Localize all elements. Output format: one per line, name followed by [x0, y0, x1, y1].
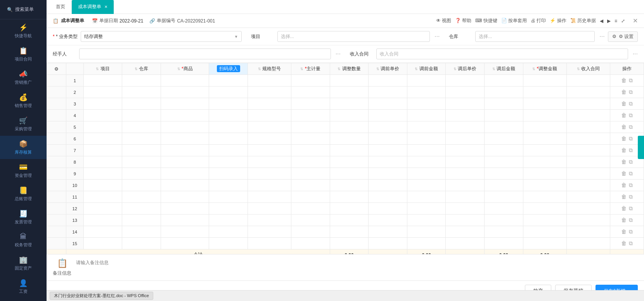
before-amount-cell[interactable] — [407, 203, 446, 215]
qty-cell[interactable] — [330, 145, 369, 156]
unit-cell[interactable] — [291, 203, 330, 215]
before-amount-cell[interactable] — [407, 168, 446, 180]
nav-prev-btn[interactable]: ◀ — [600, 18, 603, 24]
warehouse-cell[interactable] — [122, 215, 161, 226]
sidebar-search-button[interactable]: 🔍 搜索菜单 — [0, 3, 47, 16]
before-amount-cell[interactable] — [407, 133, 446, 145]
before-price-cell[interactable] — [369, 121, 407, 133]
before-amount-cell[interactable] — [407, 191, 446, 203]
project-cell[interactable] — [83, 75, 122, 86]
copy-row-icon[interactable]: ⧉ — [629, 228, 633, 235]
delete-row-icon[interactable]: 🗑 — [621, 77, 627, 84]
sidebar-item-tax-management[interactable]: 🏛 税务管理 — [0, 229, 47, 252]
green-tab-btn[interactable] — [638, 136, 644, 159]
income-contract-cell[interactable] — [566, 133, 610, 145]
qty-cell[interactable] — [330, 156, 369, 168]
unit-cell[interactable] — [291, 98, 330, 110]
project-cell[interactable] — [83, 145, 122, 156]
income-contract-cell[interactable] — [566, 180, 610, 191]
sidebar-item-business-management[interactable]: 📊 经营管理 — [0, 298, 47, 301]
after-price-cell[interactable] — [446, 98, 485, 110]
adjust-amount-cell[interactable] — [523, 75, 566, 86]
warehouse-cell[interactable] — [122, 145, 161, 156]
adjust-amount-cell[interactable] — [523, 133, 566, 145]
col-header-before-price[interactable]: ⇅ 调前单价 — [369, 63, 407, 75]
sidebar-item-project-contract[interactable]: 📋 项目合同 — [0, 43, 47, 66]
spec-cell[interactable] — [248, 168, 291, 180]
qty-cell[interactable] — [330, 215, 369, 226]
scan-cell[interactable] — [209, 180, 248, 191]
project-cell[interactable] — [83, 215, 122, 226]
product-cell[interactable] — [161, 156, 209, 168]
help-btn[interactable]: ❓ 帮助 — [455, 17, 471, 24]
shortcut-btn[interactable]: ⌨ 快捷键 — [475, 17, 497, 24]
handler-input[interactable] — [79, 48, 331, 59]
product-cell[interactable] — [161, 133, 209, 145]
col-header-unit[interactable]: ⇅ *主计量 — [291, 63, 330, 75]
project-cell[interactable] — [83, 238, 122, 249]
taskbar-item[interactable]: 木门行业好业财处理方案-墨红红.doc - WPS Office — [50, 292, 153, 300]
before-price-cell[interactable] — [369, 226, 407, 238]
warehouse-input[interactable]: 选择... — [475, 31, 595, 42]
spec-cell[interactable] — [248, 121, 291, 133]
adjust-amount-cell[interactable] — [523, 98, 566, 110]
income-contract-cell[interactable] — [566, 121, 610, 133]
income-contract-cell[interactable] — [566, 191, 610, 203]
unit-cell[interactable] — [291, 238, 330, 249]
project-cell[interactable] — [83, 98, 122, 110]
adjust-amount-cell[interactable] — [523, 215, 566, 226]
before-amount-cell[interactable] — [407, 75, 446, 86]
adjust-amount-cell[interactable] — [523, 145, 566, 156]
spec-cell[interactable] — [248, 133, 291, 145]
warehouse-cell[interactable] — [122, 133, 161, 145]
before-amount-cell[interactable] — [407, 180, 446, 191]
copy-row-icon[interactable]: ⧉ — [629, 135, 633, 142]
income-contract-cell[interactable] — [566, 98, 610, 110]
copy-row-icon[interactable]: ⧉ — [629, 112, 633, 119]
delete-row-icon[interactable]: 🗑 — [621, 240, 627, 247]
scan-cell[interactable] — [209, 168, 248, 180]
col-header-before-amount[interactable]: ⇅ 调前金额 — [407, 63, 446, 75]
copy-row-icon[interactable]: ⧉ — [629, 217, 633, 223]
after-price-cell[interactable] — [446, 110, 485, 121]
warehouse-more-btn[interactable]: ··· — [599, 33, 604, 40]
product-cell[interactable] — [161, 110, 209, 121]
view-btn[interactable]: 👁 视图 — [436, 17, 451, 24]
scan-cell[interactable] — [209, 226, 248, 238]
col-header-income-contract[interactable]: ⇅ 收入合同 — [566, 63, 610, 75]
project-cell[interactable] — [83, 133, 122, 145]
scan-cell[interactable] — [209, 156, 248, 168]
adjust-amount-cell[interactable] — [523, 180, 566, 191]
spec-cell[interactable] — [248, 226, 291, 238]
project-cell[interactable] — [83, 180, 122, 191]
income-contract-cell[interactable] — [566, 226, 610, 238]
adjust-amount-cell[interactable] — [523, 110, 566, 121]
delete-row-icon[interactable]: 🗑 — [621, 170, 627, 177]
unit-cell[interactable] — [291, 121, 330, 133]
adjust-amount-cell[interactable] — [523, 191, 566, 203]
col-header-project[interactable]: ⇅ 项目 — [83, 63, 122, 75]
scan-cell[interactable] — [209, 145, 248, 156]
after-price-cell[interactable] — [446, 145, 485, 156]
delete-row-icon[interactable]: 🗑 — [621, 217, 627, 223]
adjust-amount-cell[interactable] — [523, 156, 566, 168]
product-cell[interactable] — [161, 145, 209, 156]
unit-cell[interactable] — [291, 226, 330, 238]
copy-row-icon[interactable]: ⧉ — [629, 89, 633, 95]
project-cell[interactable] — [83, 168, 122, 180]
sidebar-item-purchase-management[interactable]: 🛒 采购管理 — [0, 112, 47, 136]
sidebar-item-ledger-management[interactable]: 📒 总账管理 — [0, 182, 47, 206]
before-price-cell[interactable] — [369, 110, 407, 121]
warehouse-cell[interactable] — [122, 110, 161, 121]
project-cell[interactable] — [83, 203, 122, 215]
qty-cell[interactable] — [330, 180, 369, 191]
spec-cell[interactable] — [248, 75, 291, 86]
unit-cell[interactable] — [291, 180, 330, 191]
before-price-cell[interactable] — [369, 168, 407, 180]
adjust-amount-cell[interactable] — [523, 168, 566, 180]
spec-cell[interactable] — [248, 98, 291, 110]
adjust-amount-cell[interactable] — [523, 226, 566, 238]
copy-row-icon[interactable]: ⧉ — [629, 194, 633, 200]
unit-cell[interactable] — [291, 86, 330, 98]
before-price-cell[interactable] — [369, 133, 407, 145]
